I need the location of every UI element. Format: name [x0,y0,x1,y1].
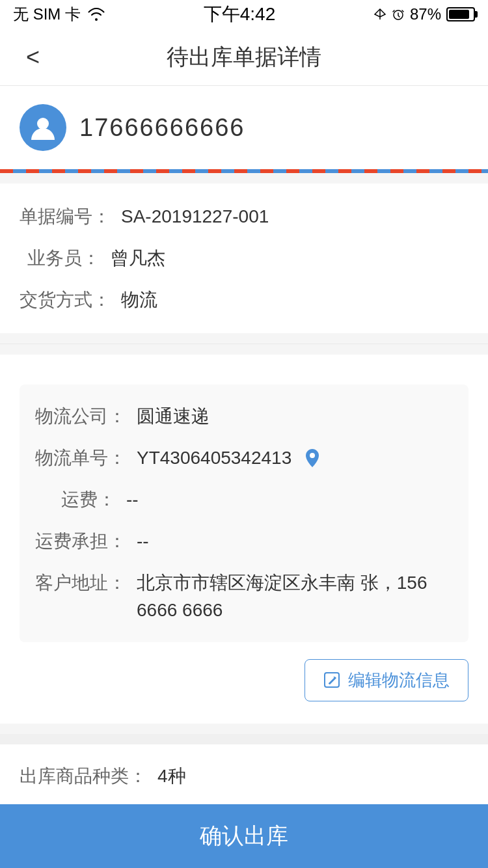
freight-bearer-label: 运费承担： [35,528,137,555]
freight-label: 运费： [35,486,126,513]
person-icon [28,113,58,142]
salesperson-value: 曾凡杰 [111,245,468,272]
svg-point-4 [310,453,315,458]
customer-header: 17666666666 [0,86,488,169]
nav-bar: < 待出库单据详情 [0,29,488,86]
company-row: 物流公司： 圆通速递 [35,403,453,430]
confirm-button[interactable]: 确认出库 [0,804,488,868]
dashed-separator [0,169,488,173]
freight-bearer-value: -- [137,528,453,555]
salesperson-label: 业务员： [20,245,111,272]
delivery-value: 物流 [121,286,468,314]
carrier-text: 无 SIM 卡 [13,4,81,25]
types-label: 出库商品种类： [20,763,157,790]
location-indicator-icon [373,8,386,21]
status-left: 无 SIM 卡 [13,4,105,25]
wifi-icon [87,8,105,21]
freight-bearer-row: 运费承担： -- [35,528,453,555]
alarm-icon [392,8,405,21]
logistics-section: 物流公司： 圆通速递 物流单号： YT4306405342413 运费： -- … [0,355,488,724]
edit-icon [323,671,342,690]
address-row: 客户地址： 北京市市辖区海淀区永丰南 张，156 6666 6666 [35,569,453,624]
customer-phone: 17666666666 [79,114,245,142]
tracking-value-container: YT4306405342413 [137,444,453,472]
order-number-row: 单据编号： SA-20191227-001 [20,203,468,230]
order-number-value: SA-20191227-001 [121,203,468,230]
separator-1 [0,344,488,344]
delivery-label: 交货方式： [20,286,121,314]
status-time: 下午4:42 [204,2,276,27]
freight-row: 运费： -- [35,486,453,513]
edit-logistics-label: 编辑物流信息 [348,669,450,692]
tracking-row: 物流单号： YT4306405342413 [35,444,453,472]
company-value: 圆通速递 [137,403,453,430]
edit-logistics-button[interactable]: 编辑物流信息 [305,659,468,701]
battery-percent: 87% [410,5,441,23]
company-label: 物流公司： [35,403,137,430]
back-button[interactable]: < [20,37,46,77]
freight-value: -- [126,486,453,513]
types-row: 出库商品种类： 4种 [20,763,468,790]
battery-icon [446,7,475,21]
address-label: 客户地址： [35,569,137,597]
salesperson-row: 业务员： 曾凡杰 [20,245,468,272]
page-title: 待出库单据详情 [167,42,321,72]
address-value: 北京市市辖区海淀区永丰南 张，156 6666 6666 [137,569,453,624]
tracking-label: 物流单号： [35,444,137,472]
tracking-number: YT4306405342413 [137,444,291,472]
order-number-label: 单据编号： [20,203,121,230]
customer-avatar [20,104,66,151]
map-pin-icon[interactable] [301,446,324,470]
thick-separator [0,734,488,744]
logistics-card: 物流公司： 圆通速递 物流单号： YT4306405342413 运费： -- … [20,385,468,642]
status-bar: 无 SIM 卡 下午4:42 87% [0,0,488,29]
types-value: 4种 [157,763,468,790]
svg-point-2 [37,118,49,129]
status-right: 87% [373,5,475,23]
order-info-section: 单据编号： SA-20191227-001 业务员： 曾凡杰 交货方式： 物流 [0,183,488,333]
edit-button-row: 编辑物流信息 [20,653,468,704]
delivery-row: 交货方式： 物流 [20,286,468,314]
confirm-button-label: 确认出库 [200,821,288,851]
